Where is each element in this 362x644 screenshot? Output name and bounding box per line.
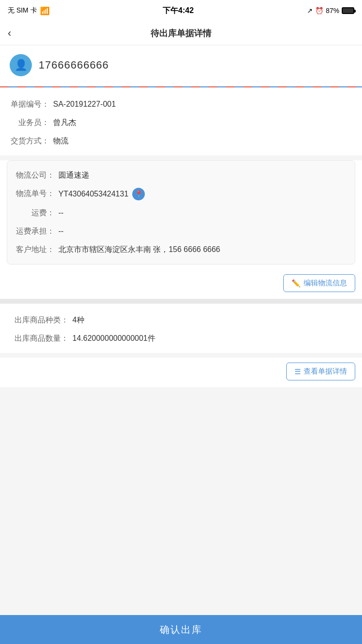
salesman-value: 曾凡杰 [53, 117, 352, 128]
goods-types-value: 4种 [72, 314, 352, 326]
freight-bear-value: -- [58, 225, 347, 237]
view-details-icon: ☰ [294, 367, 301, 376]
dashed-divider [0, 85, 362, 88]
logistics-company-label: 物流公司： [15, 169, 58, 181]
freight-bear-label: 运费承担： [15, 225, 58, 237]
status-bar: 无 SIM 卡 📶 下午4:42 ↗ ⏰ 87% [0, 0, 362, 21]
customer-phone: 17666666666 [39, 59, 109, 71]
tracking-location-button[interactable]: 📍 [132, 188, 145, 200]
alarm-icon: ⏰ [315, 7, 323, 14]
section-separator [0, 299, 362, 304]
avatar-icon: 👤 [14, 59, 28, 71]
content-area: 👤 17666666666 单据编号： SA-20191227-001 业务员：… [0, 45, 362, 445]
address-row: 客户地址： 北京市市辖区海淀区永丰南 张，156 6666 6666 [15, 244, 347, 255]
delivery-row: 交货方式： 物流 [10, 135, 352, 147]
goods-quantity-label: 出库商品数量： [10, 333, 72, 344]
freight-bear-row: 运费承担： -- [15, 225, 347, 237]
confirm-button[interactable]: 确认出库 [0, 615, 362, 644]
goods-quantity-row: 出库商品数量： 14.620000000000001件 [10, 333, 352, 344]
address-value: 北京市市辖区海淀区永丰南 张，156 6666 6666 [58, 244, 347, 255]
address-label: 客户地址： [15, 244, 58, 255]
avatar: 👤 [10, 54, 32, 76]
salesman-label: 业务员： [10, 117, 53, 128]
goods-types-label: 出库商品种类： [10, 314, 72, 326]
freight-value: -- [58, 207, 347, 219]
battery-icon [342, 7, 354, 14]
logistics-tracking-row: 物流单号： YT43064053424131 📍 [15, 188, 347, 200]
freight-label: 运费： [15, 207, 58, 219]
customer-header: 👤 17666666666 [0, 45, 362, 85]
view-details-label: 查看单据详情 [304, 367, 347, 376]
view-details-button[interactable]: ☰ 查看单据详情 [286, 363, 355, 380]
goods-section: 出库商品种类： 4种 出库商品数量： 14.620000000000001件 [0, 304, 362, 353]
back-button[interactable]: ‹ [8, 23, 15, 43]
carrier-label: 无 SIM 卡 [8, 6, 37, 15]
order-number-value: SA-20191227-001 [53, 98, 352, 110]
logistics-company-value: 圆通速递 [58, 169, 347, 181]
delivery-value: 物流 [53, 135, 352, 147]
freight-row: 运费： -- [15, 207, 347, 219]
order-info-section: 单据编号： SA-20191227-001 业务员： 曾凡杰 交货方式： 物流 [0, 88, 362, 155]
logistics-section: 物流公司： 圆通速递 物流单号： YT43064053424131 📍 运费： … [7, 160, 355, 265]
salesman-row: 业务员： 曾凡杰 [10, 117, 352, 128]
edit-logistics-btn-wrap: ✏️ 编辑物流信息 [0, 269, 362, 299]
location-icon: ↗ [307, 7, 313, 14]
confirm-btn-wrap: 确认出库 [0, 615, 362, 644]
battery-label: 87% [326, 7, 339, 14]
status-right: ↗ ⏰ 87% [307, 7, 354, 14]
edit-logistics-button[interactable]: ✏️ 编辑物流信息 [283, 274, 355, 292]
goods-types-row: 出库商品种类： 4种 [10, 314, 352, 326]
logistics-tracking-label: 物流单号： [15, 188, 58, 199]
wifi-icon: 📶 [40, 6, 50, 15]
nav-bar: ‹ 待出库单据详情 [0, 21, 362, 45]
order-number-label: 单据编号： [10, 98, 53, 110]
status-left: 无 SIM 卡 📶 [8, 6, 50, 15]
order-number-row: 单据编号： SA-20191227-001 [10, 98, 352, 110]
spacer [0, 387, 362, 445]
status-time: 下午4:42 [163, 6, 194, 16]
logistics-tracking-value: YT43064053424131 📍 [58, 188, 347, 200]
page-title: 待出库单据详情 [151, 28, 211, 39]
edit-icon: ✏️ [292, 279, 301, 288]
logistics-company-row: 物流公司： 圆通速递 [15, 169, 347, 181]
edit-btn-label: 编辑物流信息 [304, 279, 347, 288]
view-details-btn-wrap: ☰ 查看单据详情 [0, 358, 362, 387]
logistics-wrapper: 物流公司： 圆通速递 物流单号： YT43064053424131 📍 运费： … [0, 160, 362, 299]
delivery-label: 交货方式： [10, 135, 53, 147]
goods-quantity-value: 14.620000000000001件 [72, 333, 352, 344]
